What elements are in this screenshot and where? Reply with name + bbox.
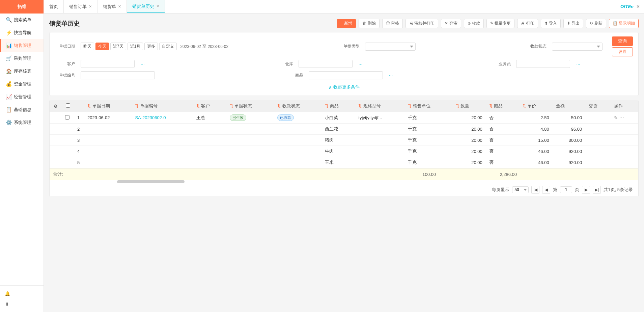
sidebar-item-search-menu[interactable]: 🔍 搜索菜单: [0, 14, 44, 26]
customer-ellipsis[interactable]: ···: [141, 61, 145, 67]
unit-cell: 千克: [404, 157, 452, 168]
qty-col-header[interactable]: ⇅ 数量: [452, 100, 486, 112]
date-1month-btn[interactable]: 近1月: [128, 43, 143, 50]
goods-col-header[interactable]: ⇅ 商品: [321, 100, 355, 112]
next-page-btn[interactable]: ▶: [582, 186, 590, 194]
customer-input[interactable]: [81, 60, 135, 68]
tab-sales-order[interactable]: 销售订单 ✕: [64, 0, 97, 13]
deal-col-header: 交货: [585, 100, 611, 112]
edit-op-icon[interactable]: ✎: [614, 115, 618, 121]
setting-button[interactable]: 设置: [612, 47, 633, 56]
tab-sales-order-close[interactable]: ✕: [89, 4, 92, 9]
page-input[interactable]: [560, 186, 572, 193]
audit-button[interactable]: ◎ 审核: [382, 19, 403, 28]
warehouse-ellipsis[interactable]: ···: [359, 61, 363, 67]
sort-docno-icon: ⇅: [135, 103, 139, 108]
tab-home[interactable]: 首页: [44, 0, 64, 13]
more-op-icon[interactable]: ⋯: [619, 115, 624, 121]
sidebar-item-ops-mgmt[interactable]: 📈 经营管理: [0, 90, 44, 103]
doc-no-link[interactable]: SA-20230602-0: [135, 115, 166, 120]
spec-cell: [355, 135, 404, 146]
checkbox-cell[interactable]: [62, 157, 74, 168]
docno-cell[interactable]: [132, 135, 193, 146]
unit-col-header[interactable]: ⇅ 销售单位: [404, 100, 452, 112]
refresh-button[interactable]: ↻ 刷新: [586, 19, 606, 28]
sort-price-icon: ⇅: [523, 103, 526, 108]
delete-button[interactable]: 🗑 删除: [359, 19, 379, 28]
export-button[interactable]: ⬇ 导出: [563, 19, 583, 28]
checkbox-cell[interactable]: [62, 124, 74, 135]
show-detail-button[interactable]: 📋 显示明细: [609, 19, 639, 28]
tab-sales-delivery-close[interactable]: ✕: [118, 4, 121, 9]
date-more-btn[interactable]: 更多: [144, 43, 158, 50]
pay-status-select[interactable]: [552, 43, 603, 51]
tab-sales-history[interactable]: 销货单历史 ✕: [127, 0, 165, 13]
sidebar-item-quick-nav[interactable]: ⚡ 快捷导航: [0, 26, 44, 39]
prev-page-btn[interactable]: ◀: [542, 186, 550, 194]
sidebar-item-sys-mgmt[interactable]: ⚙️ 系统管理: [0, 116, 44, 129]
sidebar-pause-btn[interactable]: ⏸: [0, 299, 44, 309]
date-col-header[interactable]: ⇅ 单据日期: [84, 100, 132, 112]
date-custom-btn[interactable]: 自定义: [159, 43, 177, 50]
docno-cell[interactable]: [132, 157, 193, 168]
docstatus-col-header[interactable]: ⇅ 单据状态: [226, 100, 274, 112]
sidebar-item-basic-info[interactable]: 📋 基础信息: [0, 103, 44, 116]
sidebar-item-sales-mgmt[interactable]: 📊 销售管理: [0, 39, 44, 52]
collect-button[interactable]: ⊙ 收款: [464, 19, 484, 28]
table-row: 5 玉米 千克 20.00 否 46.00 920.00: [50, 157, 638, 168]
batch-change-button[interactable]: ✎ 批量变更: [486, 19, 514, 28]
date-today-btn[interactable]: 今天: [95, 43, 109, 50]
checkbox-cell[interactable]: [62, 112, 74, 124]
row-checkbox[interactable]: [65, 115, 69, 120]
docno-cell[interactable]: [132, 146, 193, 157]
spec-col-header[interactable]: ⇅ 规格型号: [355, 100, 404, 112]
gear-col-header[interactable]: ⚙: [50, 100, 62, 112]
pagination-bar: 每页显示 50 10 20 100 |◀ ◀ 第 页 ▶ ▶| 共1页, 5条记…: [50, 183, 638, 197]
checkbox-cell[interactable]: [62, 146, 74, 157]
horizontal-scrollbar[interactable]: [50, 180, 638, 183]
docno-cell[interactable]: [132, 124, 193, 135]
query-button[interactable]: 查询: [612, 36, 633, 46]
gift-col-header[interactable]: ⇅ 赠品: [486, 100, 519, 112]
customer-col-header[interactable]: ⇅ 客户: [193, 100, 226, 112]
docno-col-header[interactable]: ⇅ 单据编号: [132, 100, 193, 112]
first-page-btn[interactable]: |◀: [531, 186, 539, 194]
audit-print-button[interactable]: 🖨 审核并打印: [405, 19, 438, 28]
warehouse-input[interactable]: [299, 60, 353, 68]
date-7days-btn[interactable]: 近7天: [110, 43, 126, 50]
total-qty: 100.00: [409, 172, 436, 177]
window-close-btn[interactable]: ✕: [636, 4, 640, 9]
unit-cell: 千克: [404, 124, 452, 135]
tab-sales-history-close[interactable]: ✕: [156, 4, 159, 8]
checkbox-cell[interactable]: [62, 135, 74, 146]
staff-input[interactable]: [516, 60, 570, 68]
price-col-header[interactable]: ⇅ 单价: [519, 100, 553, 112]
goods-cell: 玉米: [321, 157, 355, 168]
price-cell: 4.80: [519, 124, 553, 135]
gear-cell: [50, 124, 62, 135]
goods-input[interactable]: [309, 71, 383, 79]
doc-no-input[interactable]: [81, 71, 155, 79]
print-button[interactable]: 🖨 打印: [517, 19, 538, 28]
quick-nav-icon: ⚡: [6, 30, 12, 36]
checkbox-col-header[interactable]: [62, 100, 74, 112]
select-all-checkbox[interactable]: [66, 103, 70, 108]
docno-cell[interactable]: SA-20230602-0: [132, 112, 193, 124]
date-yesterday-btn[interactable]: 昨天: [81, 43, 94, 50]
more-conditions-btn[interactable]: ∧ 收起更多条件: [55, 83, 633, 92]
doc-type-select[interactable]: [365, 43, 416, 51]
sidebar-bell-btn[interactable]: 🔔: [0, 288, 44, 299]
paystatus-col-header[interactable]: ⇅ 收款状态: [274, 100, 321, 112]
rowno-cell: 2: [74, 124, 84, 135]
tab-sales-delivery[interactable]: 销货单 ✕: [97, 0, 127, 13]
import-button[interactable]: ⬆ 导入: [541, 19, 561, 28]
new-button[interactable]: + 新增: [337, 19, 356, 28]
last-page-btn[interactable]: ▶|: [593, 186, 601, 194]
sidebar-item-purchase-mgmt[interactable]: 🛒 采购管理: [0, 52, 44, 65]
per-page-select[interactable]: 50 10 20 100: [512, 186, 529, 193]
goods-ellipsis[interactable]: ···: [389, 73, 393, 78]
staff-ellipsis[interactable]: ···: [576, 61, 580, 67]
sidebar-item-finance-mgmt[interactable]: 💰 资金管理: [0, 78, 44, 90]
abandon-button[interactable]: ✕ 弃审: [441, 19, 461, 28]
sidebar-item-inventory[interactable]: 🏠 库存核算: [0, 65, 44, 78]
